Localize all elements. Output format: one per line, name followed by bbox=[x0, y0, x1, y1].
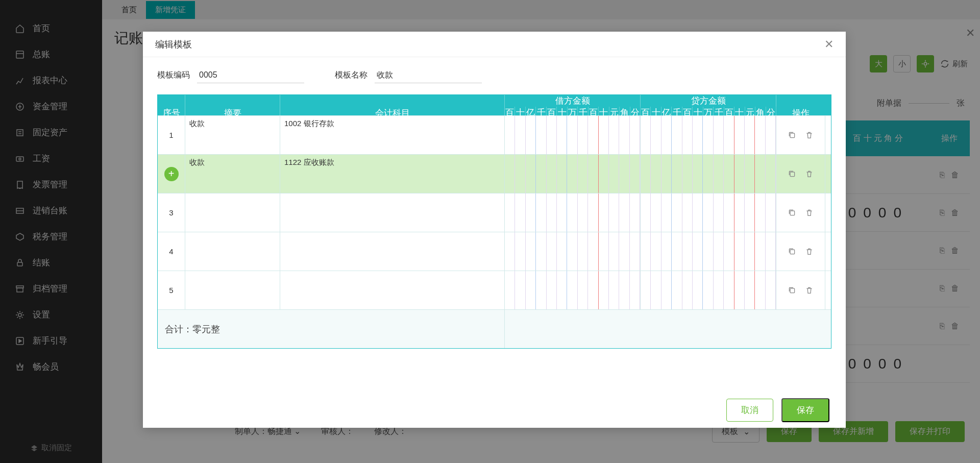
delete-row-icon[interactable] bbox=[805, 208, 814, 217]
debit-cells[interactable] bbox=[505, 116, 641, 154]
template-name-input[interactable] bbox=[375, 67, 482, 83]
debit-cells[interactable] bbox=[505, 232, 641, 271]
close-icon[interactable]: ✕ bbox=[824, 38, 834, 51]
debit-cells[interactable] bbox=[505, 193, 641, 232]
template-code-input[interactable] bbox=[197, 67, 304, 83]
total-row: 合计：零元整 bbox=[158, 309, 831, 348]
debit-cells[interactable] bbox=[505, 155, 641, 193]
row-seq: 4 bbox=[169, 247, 173, 256]
summary-cell[interactable] bbox=[185, 193, 280, 232]
credit-cells[interactable] bbox=[641, 232, 776, 271]
svg-rect-16 bbox=[790, 288, 795, 293]
table-row[interactable]: +收款1122 应收账款 bbox=[158, 154, 831, 193]
summary-cell[interactable] bbox=[185, 232, 280, 271]
total-label: 合计：零元整 bbox=[158, 310, 505, 348]
delete-row-icon[interactable] bbox=[805, 247, 814, 256]
copy-row-icon[interactable] bbox=[788, 286, 797, 295]
delete-row-icon[interactable] bbox=[805, 169, 814, 179]
svg-rect-14 bbox=[790, 211, 795, 215]
row-seq: 3 bbox=[169, 208, 173, 217]
subject-cell[interactable]: 1122 应收账款 bbox=[280, 155, 505, 193]
add-row-icon[interactable]: + bbox=[164, 167, 179, 181]
modal-title: 编辑模板 bbox=[155, 38, 192, 51]
credit-cells[interactable] bbox=[641, 155, 776, 193]
row-seq: 5 bbox=[169, 286, 173, 295]
svg-rect-15 bbox=[790, 250, 795, 254]
subject-cell[interactable] bbox=[280, 232, 505, 271]
subject-cell[interactable] bbox=[280, 193, 505, 232]
template-code-label: 模板编码 bbox=[157, 70, 190, 81]
subject-cell[interactable]: 1002 银行存款 bbox=[280, 116, 505, 154]
copy-row-icon[interactable] bbox=[788, 131, 797, 140]
copy-row-icon[interactable] bbox=[788, 247, 797, 256]
summary-cell[interactable]: 收款 bbox=[185, 155, 280, 193]
th-credit: 贷方金额 bbox=[641, 95, 776, 107]
cancel-button[interactable]: 取消 bbox=[726, 399, 773, 422]
summary-cell[interactable] bbox=[185, 271, 280, 309]
copy-row-icon[interactable] bbox=[788, 169, 797, 179]
save-button[interactable]: 保存 bbox=[781, 398, 829, 422]
template-table: 序号 摘要 会计科目 借方金额 百十亿千百十万千百十元角分 贷方金额 百十亿千百… bbox=[157, 94, 831, 349]
credit-cells[interactable] bbox=[641, 116, 776, 154]
delete-row-icon[interactable] bbox=[805, 286, 814, 295]
row-seq: 1 bbox=[169, 131, 173, 139]
template-name-label: 模板名称 bbox=[335, 70, 368, 81]
credit-cells[interactable] bbox=[641, 271, 776, 309]
credit-cells[interactable] bbox=[641, 193, 776, 232]
table-row[interactable]: 5 bbox=[158, 271, 831, 309]
subject-cell[interactable] bbox=[280, 271, 505, 309]
table-row[interactable]: 3 bbox=[158, 193, 831, 232]
svg-rect-12 bbox=[790, 133, 795, 138]
table-row[interactable]: 1收款1002 银行存款 bbox=[158, 115, 831, 154]
copy-row-icon[interactable] bbox=[788, 208, 797, 217]
summary-cell[interactable]: 收款 bbox=[185, 116, 280, 154]
edit-template-modal: 编辑模板 ✕ 模板编码 模板名称 序号 摘要 会计科目 借方金额 百十亿千百十 bbox=[143, 32, 846, 428]
delete-row-icon[interactable] bbox=[805, 131, 814, 140]
th-debit: 借方金额 bbox=[505, 95, 641, 107]
table-row[interactable]: 4 bbox=[158, 232, 831, 271]
debit-cells[interactable] bbox=[505, 271, 641, 309]
svg-rect-13 bbox=[790, 172, 795, 177]
